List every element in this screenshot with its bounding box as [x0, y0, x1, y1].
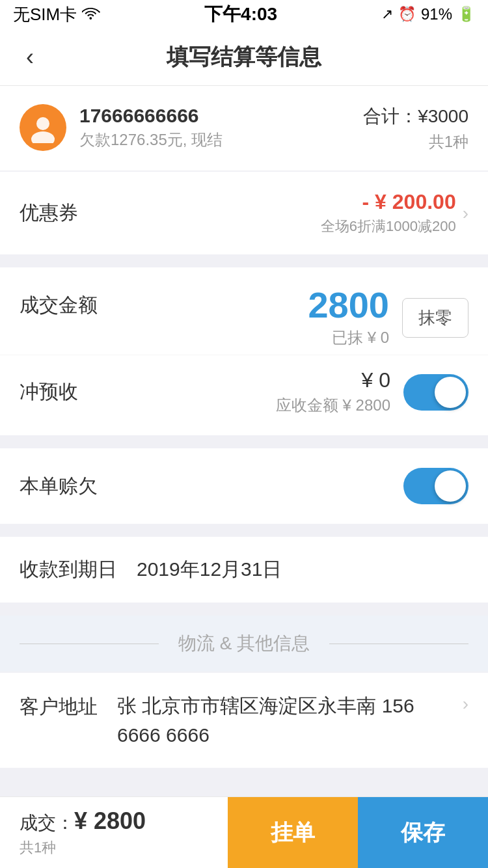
content-area: 17666666666 欠款1276.35元, 现结 合计：¥3000 共1种 …	[0, 86, 488, 868]
status-right: ↗ ⏰ 91% 🔋	[381, 5, 475, 23]
svg-point-1	[31, 131, 55, 143]
total-amount: 合计：¥3000	[363, 104, 468, 129]
charge-label: 冲预收	[20, 379, 78, 405]
wifi-icon	[82, 5, 100, 25]
writeoff-row: 本单赊欠	[0, 448, 488, 524]
amount-number: 2800	[308, 287, 389, 323]
battery-icon: 🔋	[457, 6, 475, 23]
summary-value: ¥ 2800	[74, 807, 146, 834]
back-button[interactable]: ‹	[20, 37, 40, 77]
hold-button[interactable]: 挂单	[228, 797, 358, 869]
writeoff-section: 本单赊欠	[0, 448, 488, 524]
charge-value: ¥ 0	[276, 368, 390, 392]
page-title: 填写结算等信息	[167, 42, 321, 72]
amount-value-block: 2800 已抹 ¥ 0	[308, 287, 389, 348]
summary-count: 共1种	[20, 838, 208, 858]
item-count: 共1种	[363, 131, 468, 152]
carrier-text: 无SIM卡	[13, 3, 77, 26]
charge-toggle[interactable]	[403, 374, 468, 411]
avatar	[20, 104, 66, 151]
nav-bar: ‹ 填写结算等信息	[0, 29, 488, 86]
status-time: 下午4:03	[204, 2, 277, 27]
charge-row: 冲预收 ¥ 0 应收金额 ¥ 2800	[0, 355, 488, 435]
alarm-icon: ⏰	[398, 6, 416, 23]
location-icon: ↗	[381, 6, 393, 23]
coupon-label: 优惠券	[20, 200, 78, 226]
coupon-desc: 全场6折满1000减200	[321, 217, 456, 236]
duedate-value: 2019年12月31日	[137, 556, 282, 583]
svg-point-0	[36, 117, 49, 130]
battery-text: 91%	[421, 5, 452, 23]
charge-sub: 应收金额 ¥ 2800	[276, 395, 390, 416]
duedate-label: 收款到期日	[20, 556, 117, 583]
coupon-row[interactable]: 优惠券 - ¥ 200.00 全场6折满1000减200 ›	[0, 172, 488, 254]
amount-label: 成交金额	[20, 287, 98, 319]
charge-value-block: ¥ 0 应收金额 ¥ 2800	[276, 368, 390, 416]
amount-section: 成交金额 2800 已抹 ¥ 0 抹零 冲预收 ¥ 0 应收金额 ¥ 2800	[0, 267, 488, 435]
duedate-row: 收款到期日 2019年12月31日	[0, 537, 488, 603]
amount-right-group: 2800 已抹 ¥ 0 抹零	[308, 287, 468, 348]
summary-main: 成交：¥ 2800	[20, 807, 208, 835]
writeoff-toggle[interactable]	[403, 468, 468, 504]
logistics-header-text: 物流 & 其他信息	[159, 631, 329, 656]
coupon-right: - ¥ 200.00 全场6折满1000减200 ›	[321, 190, 468, 236]
status-bar: 无SIM卡 下午4:03 ↗ ⏰ 91% 🔋	[0, 0, 488, 29]
user-phone: 17666666666	[79, 105, 223, 127]
amount-sub: 已抹 ¥ 0	[308, 327, 389, 348]
charge-right: ¥ 0 应收金额 ¥ 2800	[276, 368, 468, 416]
save-button[interactable]: 保存	[358, 797, 488, 869]
summary-label: 成交：	[20, 813, 74, 833]
user-details: 17666666666 欠款1276.35元, 现结	[79, 105, 223, 150]
logistics-divider-right	[329, 644, 468, 644]
user-debt: 欠款1276.35元, 现结	[79, 129, 223, 150]
user-info-card: 17666666666 欠款1276.35元, 现结 合计：¥3000 共1种	[0, 86, 488, 170]
address-arrow-icon: ›	[463, 691, 468, 714]
bottom-bar: 成交：¥ 2800 共1种 挂单 保存	[0, 796, 488, 868]
round-button[interactable]: 抹零	[402, 298, 468, 338]
logistics-header: 物流 & 其他信息	[0, 616, 488, 671]
address-label: 客户地址	[20, 691, 98, 720]
status-left: 无SIM卡	[13, 3, 100, 26]
coupon-discount: - ¥ 200.00	[321, 190, 456, 214]
amount-row: 成交金额 2800 已抹 ¥ 0 抹零	[0, 267, 488, 355]
bottom-summary: 成交：¥ 2800 共1种	[0, 807, 228, 858]
logistics-divider-left	[20, 644, 159, 644]
coupon-arrow-icon: ›	[463, 203, 468, 224]
address-row[interactable]: 客户地址 张 北京市市辖区海淀区永丰南 156 6666 6666 ›	[0, 673, 488, 768]
user-left: 17666666666 欠款1276.35元, 现结	[20, 104, 223, 151]
writeoff-label: 本单赊欠	[20, 473, 98, 500]
address-value: 张 北京市市辖区海淀区永丰南 156 6666 6666	[117, 691, 463, 750]
coupon-info: - ¥ 200.00 全场6折满1000减200	[321, 190, 456, 236]
user-total: 合计：¥3000 共1种	[363, 104, 468, 152]
